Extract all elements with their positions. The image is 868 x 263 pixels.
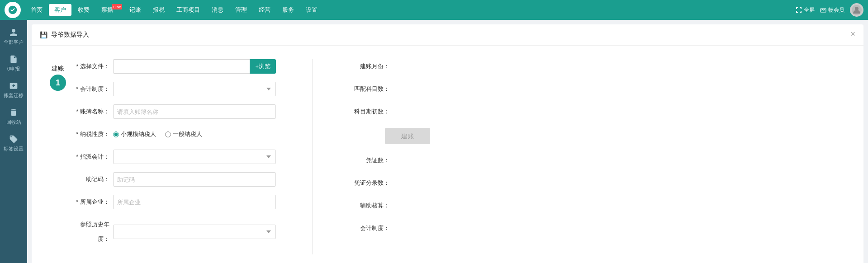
nav-tax[interactable]: 报税 (147, 4, 170, 16)
form-section: 建账 1 * 选择文件： +浏览 (50, 59, 276, 254)
form-right: 建账月份： 匹配科目数： 科目期初数： 建账 (349, 59, 466, 254)
match-subjects-value (393, 82, 466, 96)
fullscreen-btn[interactable]: 全屏 (796, 6, 815, 14)
memo-label: 助记码： (73, 172, 109, 187)
voucher-count-row: 凭证数： (349, 153, 466, 168)
tax-general-radio[interactable]: 一般纳税人 (165, 130, 202, 138)
sidebar-label-recycle: 回收站 (6, 119, 21, 126)
history-year-label: 参照历史年度： (73, 217, 109, 246)
memo-input[interactable] (113, 172, 276, 187)
nav-client[interactable]: 客户 (49, 4, 71, 16)
layout: 全部客户 0申报 账套迁移 回收站 标签设置 💾 导爷数据导入 × (0, 20, 868, 263)
nav-bookkeeping[interactable]: 记账 (124, 4, 147, 16)
file-input[interactable] (113, 59, 250, 74)
sidebar-item-tag[interactable]: 标签设置 (1, 131, 26, 156)
accounting-system-row: * 会计制度： (73, 82, 276, 96)
nav-invoice[interactable]: 票据 new (96, 4, 123, 16)
tax-nature-row: * 纳税性质： 小规模纳税人 一般纳税人 (73, 127, 276, 141)
main-content: 💾 导爷数据导入 × 建账 1 (27, 20, 868, 263)
file-label: * 选择文件： (73, 59, 109, 74)
memo-row: 助记码： (73, 172, 276, 187)
nav-right: 全屏 畅会员 (796, 3, 863, 17)
nav-operation[interactable]: 经营 (253, 4, 276, 16)
build-month-label: 建账月份： (349, 59, 389, 74)
assign-accountant-row: * 指派会计： (73, 150, 276, 164)
top-nav: 首页 客户 收费 票据 new 记账 报税 工商项目 消息 管理 经营 服务 设… (0, 0, 868, 20)
right-accounting-system-row: 会计制度： (349, 221, 466, 235)
accounting-system-label: * 会计制度： (73, 82, 109, 96)
voucher-entries-value (393, 176, 466, 190)
right-accounting-system-label: 会计制度： (349, 221, 389, 235)
new-badge: new (112, 4, 122, 9)
tax-nature-label: * 纳税性质： (73, 127, 109, 141)
subject-init-row: 科目期初数： (349, 104, 466, 119)
close-button[interactable]: × (850, 30, 855, 38)
aux-accounting-value (393, 198, 466, 213)
logo (5, 2, 21, 18)
nav-items: 首页 客户 收费 票据 new 记账 报税 工商项目 消息 管理 经营 服务 设… (25, 4, 796, 16)
vip-label: 畅会员 (828, 6, 844, 14)
sidebar-label-declare: 0申报 (7, 66, 20, 72)
nav-message[interactable]: 消息 (206, 4, 229, 16)
step-circle: 1 (50, 75, 66, 91)
vip-btn[interactable]: 畅会员 (820, 6, 844, 14)
file-row: * 选择文件： +浏览 (73, 59, 276, 74)
match-subjects-label: 匹配科目数： (349, 82, 389, 96)
sidebar-label-tag: 标签设置 (4, 146, 24, 152)
history-year-row: 参照历史年度： (73, 217, 276, 246)
voucher-entries-label: 凭证分录数： (349, 176, 389, 190)
company-row: * 所属企业： (73, 195, 276, 209)
match-subjects-row: 匹配科目数： (349, 82, 466, 96)
aux-accounting-row: 辅助核算： (349, 198, 466, 213)
page-container: 💾 导爷数据导入 × 建账 1 (32, 24, 863, 263)
ledger-name-input[interactable] (113, 104, 276, 119)
subject-init-label: 科目期初数： (349, 104, 389, 119)
tax-small-label: 小规模纳税人 (121, 130, 156, 138)
tax-general-label: 一般纳税人 (173, 130, 202, 138)
aux-accounting-label: 辅助核算： (349, 198, 389, 213)
form-rows: * 选择文件： +浏览 * 会计制度： (73, 59, 276, 254)
sidebar-item-migrate[interactable]: 账套迁移 (1, 78, 26, 103)
form-area: 建账 1 * 选择文件： +浏览 (32, 46, 863, 263)
build-account-button[interactable]: 建账 (385, 128, 430, 144)
assign-accountant-label: * 指派会计： (73, 150, 109, 164)
vertical-divider (312, 59, 313, 254)
voucher-count-label: 凭证数： (349, 153, 389, 168)
sidebar-item-recycle[interactable]: 回收站 (1, 104, 26, 129)
nav-industry[interactable]: 工商项目 (171, 4, 205, 16)
fullscreen-label: 全屏 (804, 6, 815, 14)
company-label: * 所属企业： (73, 195, 109, 209)
page-header: 💾 导爷数据导入 × (32, 24, 863, 46)
step-area: 建账 1 (50, 59, 66, 91)
assign-accountant-select[interactable] (113, 150, 276, 164)
nav-settings[interactable]: 设置 (300, 4, 323, 16)
sidebar-item-all-clients[interactable]: 全部客户 (1, 24, 26, 49)
browse-button[interactable]: +浏览 (250, 59, 276, 74)
tax-small-radio[interactable]: 小规模纳税人 (113, 130, 156, 138)
voucher-count-value (393, 153, 466, 168)
sidebar-label-migrate: 账套迁移 (4, 92, 24, 99)
nav-manage[interactable]: 管理 (230, 4, 252, 16)
svg-point-2 (855, 7, 859, 10)
nav-service[interactable]: 服务 (277, 4, 299, 16)
import-icon: 💾 (40, 31, 47, 38)
accounting-system-select[interactable] (113, 82, 276, 96)
file-input-group: +浏览 (113, 59, 276, 74)
voucher-entries-row: 凭证分录数： (349, 176, 466, 190)
sidebar-label-all-clients: 全部客户 (4, 39, 24, 46)
tax-nature-radios: 小规模纳税人 一般纳税人 (113, 127, 202, 141)
history-year-select[interactable] (113, 225, 276, 239)
build-month-value (393, 59, 466, 74)
ledger-name-row: * 账簿名称： (73, 104, 276, 119)
build-btn-area: 建账 (349, 128, 466, 144)
nav-fee[interactable]: 收费 (72, 4, 95, 16)
avatar[interactable] (850, 3, 863, 17)
nav-home[interactable]: 首页 (25, 4, 48, 16)
sidebar-item-declare[interactable]: 0申报 (1, 51, 26, 76)
ledger-name-label: * 账簿名称： (73, 104, 109, 119)
subject-init-value (393, 104, 466, 119)
build-month-row: 建账月份： (349, 59, 466, 74)
company-input[interactable] (113, 195, 276, 209)
page-title: 导爷数据导入 (51, 31, 89, 39)
step-label: 建账 (52, 65, 64, 73)
